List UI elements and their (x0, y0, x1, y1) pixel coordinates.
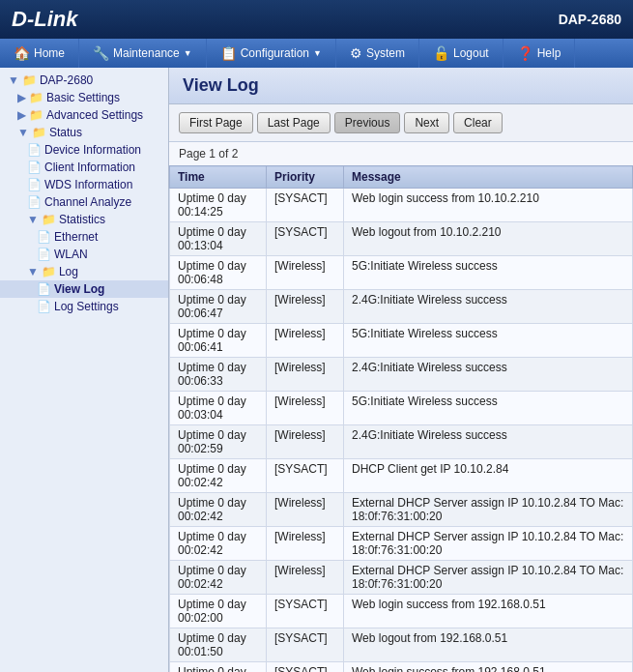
nav-home-label: Home (34, 46, 65, 60)
cell-message: DHCP Client get IP 10.10.2.84 (344, 459, 633, 493)
table-row: Uptime 0 day 00:02:42[Wireless]External … (170, 493, 633, 527)
sidebar-item-wlan[interactable]: 📄 WLAN (0, 246, 168, 263)
sidebar-item-basic-settings[interactable]: ▶ 📁 Basic Settings (0, 89, 168, 106)
cell-priority: [Wireless] (267, 561, 344, 595)
cell-message: 5G:Initiate Wireless success (344, 392, 633, 425)
previous-button[interactable]: Previous (334, 112, 401, 133)
sidebar-item-log[interactable]: ▼ 📁 Log (0, 263, 168, 280)
folder-icon-log: 📁 (42, 265, 56, 278)
nav-maintenance-label: Maintenance (113, 46, 180, 60)
page-icon-logsettings: 📄 (37, 300, 51, 313)
folder-icon-stats: 📁 (42, 213, 56, 226)
cell-message: External DHCP Server assign IP 10.10.2.8… (344, 493, 633, 527)
cell-time: Uptime 0 day 00:02:00 (170, 595, 267, 628)
cell-message: 2.4G:Initiate Wireless success (344, 290, 633, 324)
cell-priority: [Wireless] (267, 493, 344, 527)
sidebar-item-status-label: Status (49, 126, 82, 139)
cell-priority: [Wireless] (267, 290, 344, 324)
sidebar-item-dap2680[interactable]: ▼ 📁 DAP-2680 (0, 72, 168, 89)
cell-priority: [SYSACT] (267, 222, 344, 256)
table-row: Uptime 0 day 00:06:47[Wireless]2.4G:Init… (170, 290, 633, 324)
cell-message: 2.4G:Initiate Wireless success (344, 425, 633, 459)
nav-logout[interactable]: 🔓 Logout (419, 39, 504, 68)
table-row: Uptime 0 day 00:13:04[SYSACT]Web logout … (170, 222, 633, 256)
cell-priority: [Wireless] (267, 358, 344, 392)
system-icon: ⚙ (350, 45, 362, 61)
sidebar-item-wlan-label: WLAN (54, 248, 88, 261)
sidebar-item-ethernet[interactable]: 📄 Ethernet (0, 228, 168, 246)
cell-time: Uptime 0 day 00:01:22 (170, 662, 267, 673)
help-icon: ❓ (517, 45, 533, 61)
col-header-priority: Priority (267, 166, 344, 189)
cell-time: Uptime 0 day 00:06:48 (170, 256, 267, 290)
cell-priority: [Wireless] (267, 256, 344, 290)
content-area: View Log First Page Last Page Previous N… (169, 68, 633, 672)
page-info: Page 1 of 2 (169, 142, 633, 165)
cell-time: Uptime 0 day 00:06:41 (170, 324, 267, 358)
sidebar-item-logsettings-label: Log Settings (54, 300, 119, 313)
table-row: Uptime 0 day 00:03:04[Wireless]5G:Initia… (170, 392, 633, 425)
sidebar-item-statistics[interactable]: ▼ 📁 Statistics (0, 211, 168, 228)
sidebar-item-wds-info[interactable]: 📄 WDS Information (0, 176, 168, 193)
maintenance-icon: 🔧 (93, 45, 109, 61)
nav-config-label: Configuration (241, 46, 309, 60)
page-title: View Log (183, 75, 619, 96)
sidebar-item-log-settings[interactable]: 📄 Log Settings (0, 298, 168, 315)
page-icon-wlan: 📄 (37, 248, 51, 261)
nav-help[interactable]: ❓ Help (504, 39, 576, 68)
cell-time: Uptime 0 day 00:03:04 (170, 392, 267, 425)
cell-message: 5G:Initiate Wireless success (344, 256, 633, 290)
first-page-button[interactable]: First Page (179, 112, 253, 133)
page-icon-client: 📄 (27, 161, 42, 174)
cell-time: Uptime 0 day 00:01:50 (170, 628, 267, 662)
sidebar-item-ethernet-label: Ethernet (54, 230, 98, 244)
cell-message: 5G:Initiate Wireless success (344, 324, 633, 358)
cell-time: Uptime 0 day 00:06:33 (170, 358, 267, 392)
expand-basic-icon: ▶ (17, 91, 26, 104)
cell-message: Web logout from 192.168.0.51 (344, 628, 633, 662)
sidebar-item-viewlog-label: View Log (54, 282, 104, 296)
log-table: Time Priority Message Uptime 0 day 00:14… (169, 165, 633, 672)
config-chevron-icon: ▼ (313, 48, 322, 58)
table-row: Uptime 0 day 00:06:41[Wireless]5G:Initia… (170, 324, 633, 358)
cell-priority: [SYSACT] (267, 189, 344, 222)
cell-priority: [Wireless] (267, 425, 344, 459)
cell-time: Uptime 0 day 00:02:42 (170, 493, 267, 527)
folder-icon-dap: 📁 (22, 73, 37, 87)
nav-maintenance[interactable]: 🔧 Maintenance ▼ (79, 39, 207, 68)
nav-home[interactable]: 🏠 Home (0, 39, 79, 68)
expand-log-icon: ▼ (27, 265, 39, 278)
nav-logout-label: Logout (453, 46, 489, 60)
cell-time: Uptime 0 day 00:02:42 (170, 527, 267, 561)
page-icon-viewlog: 📄 (37, 282, 51, 296)
clear-button[interactable]: Clear (453, 112, 503, 133)
nav-system[interactable]: ⚙ System (336, 39, 419, 68)
cell-priority: [SYSACT] (267, 459, 344, 493)
last-page-button[interactable]: Last Page (257, 112, 331, 133)
sidebar-item-statistics-label: Statistics (59, 213, 105, 226)
folder-icon-status: 📁 (32, 126, 46, 139)
table-row: Uptime 0 day 00:06:33[Wireless]2.4G:Init… (170, 358, 633, 392)
nav-configuration[interactable]: 📋 Configuration ▼ (207, 39, 336, 68)
table-row: Uptime 0 day 00:02:42[SYSACT]DHCP Client… (170, 459, 633, 493)
sidebar-item-device-info[interactable]: 📄 Device Information (0, 141, 168, 159)
sidebar-item-status[interactable]: ▼ 📁 Status (0, 124, 168, 141)
next-button[interactable]: Next (404, 112, 449, 133)
sidebar-item-channel-analyze[interactable]: 📄 Channel Analyze (0, 193, 168, 211)
folder-icon-basic: 📁 (29, 91, 43, 104)
sidebar-item-advanced-settings[interactable]: ▶ 📁 Advanced Settings (0, 106, 168, 124)
sidebar-item-device-label: Device Information (44, 143, 141, 157)
sidebar: ▼ 📁 DAP-2680 ▶ 📁 Basic Settings ▶ 📁 Adva… (0, 68, 169, 672)
cell-time: Uptime 0 day 00:06:47 (170, 290, 267, 324)
cell-message: Web login success from 192.168.0.51 (344, 662, 633, 673)
config-icon: 📋 (220, 45, 237, 61)
sidebar-item-client-info[interactable]: 📄 Client Information (0, 159, 168, 176)
page-icon-channel: 📄 (27, 195, 42, 209)
cell-priority: [SYSACT] (267, 628, 344, 662)
sidebar-item-advanced-label: Advanced Settings (46, 108, 143, 122)
expand-advanced-icon: ▶ (17, 108, 26, 122)
maintenance-chevron-icon: ▼ (184, 48, 192, 58)
sidebar-item-view-log[interactable]: 📄 View Log (0, 280, 168, 298)
logout-icon: 🔓 (433, 45, 449, 61)
cell-priority: [Wireless] (267, 324, 344, 358)
